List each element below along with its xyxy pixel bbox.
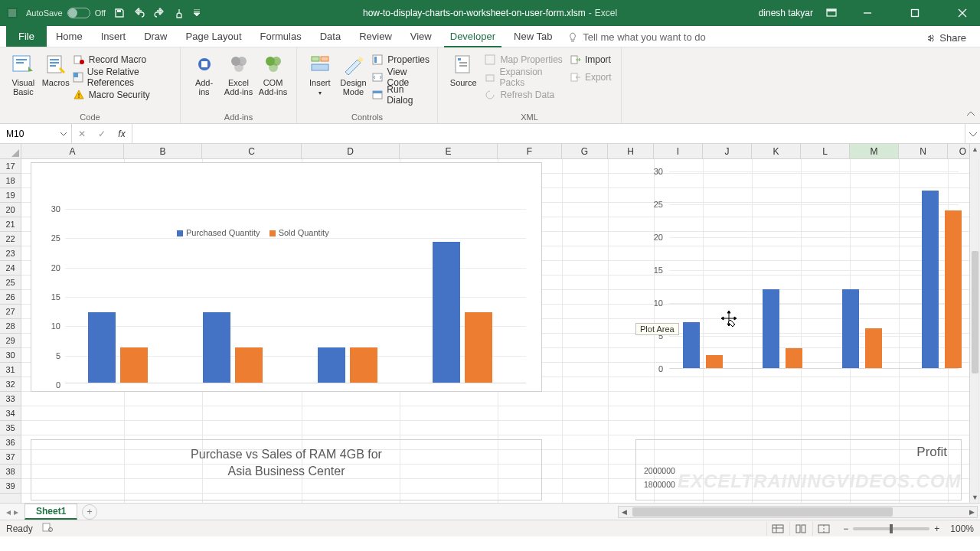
tab-review[interactable]: Review: [350, 27, 401, 47]
tab-draw[interactable]: Draw: [135, 27, 176, 47]
svg-point-20: [78, 96, 80, 98]
formula-input[interactable]: [137, 127, 960, 140]
svg-rect-11: [47, 56, 61, 73]
expand-formula-bar-icon[interactable]: [965, 124, 980, 143]
chart4-y-2000000: 2000000: [644, 466, 675, 475]
macro-security-button[interactable]: Macro Security: [73, 87, 172, 103]
macro-recorder-icon[interactable]: [42, 522, 53, 535]
share-button[interactable]: Share: [916, 29, 974, 47]
com-addins-icon: [261, 52, 286, 77]
status-ready: Ready: [6, 523, 33, 534]
svg-rect-31: [373, 55, 382, 64]
svg-rect-4: [827, 9, 836, 11]
undo-icon[interactable]: [133, 7, 145, 19]
qat-customize-icon[interactable]: [193, 7, 201, 19]
warning-icon: [73, 89, 85, 101]
com-addins-button[interactable]: COM Add-ins: [257, 51, 289, 96]
zoom-out-button[interactable]: −: [843, 523, 848, 534]
insert-control-button[interactable]: Insert▾: [305, 51, 335, 98]
scrollbar-thumb[interactable]: [972, 251, 978, 373]
macros-button[interactable]: Macros: [42, 51, 70, 87]
import-icon: [569, 54, 581, 66]
properties-icon: [371, 54, 384, 66]
design-mode-button[interactable]: Design Mode: [338, 51, 369, 96]
tab-file[interactable]: File: [6, 26, 47, 47]
save-icon[interactable]: [113, 7, 126, 19]
tab-page-layout[interactable]: Page Layout: [177, 27, 251, 47]
svg-rect-33: [373, 73, 382, 81]
view-page-break-icon[interactable]: [812, 522, 834, 536]
svg-rect-29: [321, 57, 328, 61]
relative-refs-icon: [73, 71, 83, 83]
view-normal-icon[interactable]: [766, 522, 788, 536]
svg-point-16: [80, 60, 84, 64]
group-controls-label: Controls: [305, 111, 430, 122]
excel-addins-button[interactable]: Excel Add-ins: [223, 51, 254, 96]
sheet-tab-sheet1[interactable]: Sheet1: [24, 504, 77, 520]
chart-title-asia[interactable]: Purchase vs Sales of RAM 4GB for Asia Bu…: [31, 439, 542, 500]
svg-rect-28: [312, 57, 319, 61]
tab-home[interactable]: Home: [47, 27, 92, 47]
column-headers[interactable]: ABCDEFGHIJKLMNO: [21, 144, 980, 159]
hscroll-thumb[interactable]: [632, 507, 893, 517]
fx-icon[interactable]: fx: [112, 129, 132, 139]
tab-insert[interactable]: Insert: [92, 27, 136, 47]
record-macro-button[interactable]: Record Macro: [73, 52, 172, 67]
zoom-slider[interactable]: [853, 527, 929, 530]
use-relative-refs-button[interactable]: Use Relative References: [73, 70, 172, 85]
sheet-nav-prev-icon[interactable]: ◂: [6, 507, 11, 517]
svg-rect-36: [456, 56, 469, 73]
excel-addins-icon: [227, 52, 251, 77]
worksheet-cells[interactable]: Purchased Quantity Sold Quantity 0510152…: [21, 159, 969, 503]
zoom-level[interactable]: 100%: [950, 523, 974, 534]
name-box-input[interactable]: [5, 128, 51, 140]
name-box[interactable]: [0, 124, 72, 143]
xml-source-button[interactable]: Source: [446, 51, 481, 87]
svg-rect-14: [50, 65, 56, 67]
scroll-right-icon[interactable]: ▶: [966, 508, 977, 516]
chart-profit[interactable]: Profit 2000000 1800000 EXCELTRAININGVIDE…: [635, 439, 962, 500]
account-name[interactable]: dinesh takyar: [759, 8, 813, 18]
select-all-button[interactable]: [0, 144, 21, 159]
chevron-down-icon[interactable]: [60, 131, 67, 137]
sheet-nav-next-icon[interactable]: ▸: [14, 507, 18, 517]
collapse-ribbon-icon[interactable]: [965, 108, 977, 120]
row-headers[interactable]: 1718192021222324252627282930313233343536…: [0, 159, 21, 503]
minimize-button[interactable]: [850, 0, 885, 26]
svg-rect-9: [16, 59, 27, 60]
tab-view[interactable]: View: [401, 27, 441, 47]
scroll-up-icon[interactable]: ▲: [970, 144, 980, 155]
export-button: Export: [569, 70, 613, 85]
chart-purchase-vs-sales[interactable]: Purchased Quantity Sold Quantity 0510152…: [31, 162, 542, 392]
horizontal-scrollbar[interactable]: ◀ ▶: [618, 506, 978, 518]
maximize-button[interactable]: [897, 0, 933, 26]
view-code-button[interactable]: View Code: [371, 70, 430, 85]
macros-icon: [44, 52, 68, 77]
ribbon-display-icon[interactable]: [825, 7, 838, 19]
tab-developer[interactable]: Developer: [441, 27, 505, 47]
tab-new-tab[interactable]: New Tab: [505, 27, 561, 47]
svg-rect-18: [74, 73, 78, 77]
add-sheet-button[interactable]: ＋: [82, 504, 97, 520]
svg-rect-51: [796, 525, 800, 533]
touch-mode-icon[interactable]: [173, 7, 185, 19]
scroll-left-icon[interactable]: ◀: [619, 508, 629, 516]
autosave-toggle[interactable]: AutoSave Off: [26, 8, 106, 18]
tell-me-search[interactable]: Tell me what you want to do: [561, 28, 711, 47]
import-button[interactable]: Import: [569, 52, 613, 67]
svg-rect-12: [50, 59, 59, 60]
chart-right-bars[interactable]: 051015202530 Plot Area: [635, 159, 962, 389]
zoom-in-button[interactable]: +: [934, 523, 939, 534]
run-dialog-button[interactable]: Run Dialog: [371, 87, 430, 103]
redo-icon[interactable]: [153, 7, 165, 19]
visual-basic-button[interactable]: Visual Basic: [8, 51, 39, 96]
view-page-layout-icon[interactable]: [789, 522, 811, 536]
addins-button[interactable]: Add- ins: [188, 51, 220, 96]
tab-data[interactable]: Data: [311, 27, 350, 47]
svg-rect-41: [486, 75, 494, 81]
tab-formulas[interactable]: Formulas: [251, 27, 311, 47]
close-button[interactable]: [945, 0, 980, 26]
properties-button[interactable]: Properties: [371, 52, 430, 67]
enter-formula-icon: ✓: [92, 129, 112, 139]
move-cursor-icon: [721, 311, 735, 324]
